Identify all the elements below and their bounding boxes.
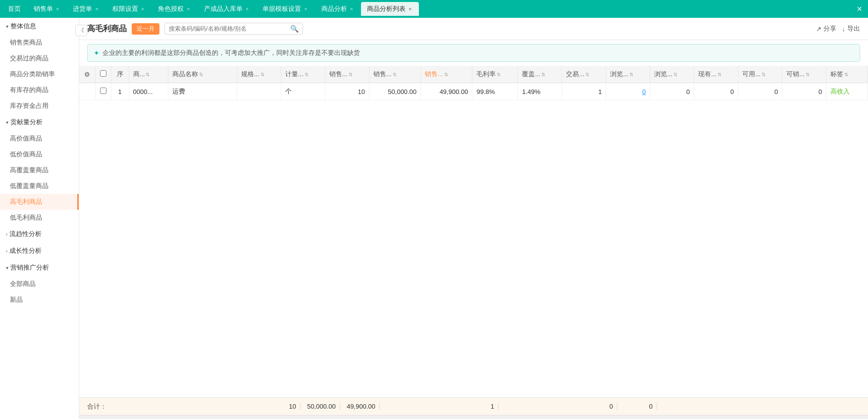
tab-purchase-order[interactable]: 进货单 × xyxy=(67,2,105,16)
tab-close-permissions[interactable]: × xyxy=(140,6,145,12)
row-trade: 1 xyxy=(562,83,606,100)
row-coverage: 1.49% xyxy=(518,83,562,100)
select-all-checkbox[interactable] xyxy=(100,70,106,77)
tab-close-template-settings[interactable]: × xyxy=(303,6,308,12)
row-checkbox[interactable] xyxy=(100,88,106,94)
scrollbar-area[interactable] xyxy=(79,415,868,419)
sidebar-item-high-gross-goods[interactable]: 高毛利商品 xyxy=(0,194,79,210)
row-current: 0 xyxy=(694,83,738,100)
sidebar-collapse-button[interactable]: 《 xyxy=(79,25,87,36)
main-layout: ▾ 整体信息 销售类商品 交易过的商品 商品分类助销率 有库存的商品 库存资金占… xyxy=(0,18,868,419)
tab-product-analysis[interactable]: 商品分析 × xyxy=(315,2,360,16)
sidebar-group-overall-arrow: ▾ xyxy=(6,24,8,29)
sidebar-item-in-stock-goods[interactable]: 有库存的商品 xyxy=(0,82,79,98)
tab-template-settings[interactable]: 单据模板设置 × xyxy=(256,2,314,16)
sidebar-group-growth-arrow: › xyxy=(6,248,7,254)
footer-summary: 合计： 10 50,000.00 49,900.00 1 0 0 xyxy=(79,397,868,415)
col-code-header[interactable]: 商...⇅ xyxy=(129,66,168,83)
tab-permissions[interactable]: 权限设置 × xyxy=(106,2,151,16)
row-saleable: 0 xyxy=(782,83,826,100)
sidebar-item-traded-goods[interactable]: 交易过的商品 xyxy=(0,50,79,66)
col-sale-amt-header[interactable]: 销售...⇅ xyxy=(369,66,420,83)
sidebar-item-new-goods[interactable]: 新品 xyxy=(0,292,79,308)
row-checkbox-cell[interactable] xyxy=(95,83,111,100)
col-num-header: 序 xyxy=(111,66,129,83)
footer-sale-qty: 10 xyxy=(261,403,301,410)
col-browse1-header[interactable]: 浏览...⇅ xyxy=(606,66,650,83)
col-spec-header[interactable]: 规格...⇅ xyxy=(237,66,281,83)
sidebar-item-low-gross-goods[interactable]: 低毛利商品 xyxy=(0,210,79,226)
col-unit-header[interactable]: 计量...⇅ xyxy=(281,66,325,83)
tab-sales-order[interactable]: 销售单 × xyxy=(28,2,66,16)
sidebar-item-low-value-goods[interactable]: 低价值商品 xyxy=(0,146,79,162)
footer-trade: 1 xyxy=(459,403,499,410)
col-saleable-header[interactable]: 可销...⇅ xyxy=(782,66,826,83)
content-area: 《 高毛利商品 近一月 🔍 ↗ 分享 ↓ 导出 ✦ 企 xyxy=(79,18,868,419)
footer-sale-amt: 50,000.00 xyxy=(301,403,340,410)
tab-product-analysis-list[interactable]: 商品分析列表 × xyxy=(361,2,418,16)
export-button[interactable]: ↓ 导出 xyxy=(842,24,861,33)
tab-bar-close[interactable]: × xyxy=(857,4,866,14)
tab-close-product-warehousing[interactable]: × xyxy=(245,6,250,12)
row-available: 0 xyxy=(738,83,782,100)
footer-current: 0 xyxy=(578,403,617,410)
col-tag-header[interactable]: 标签⇅ xyxy=(826,66,868,83)
table-wrapper: ⚙ 序 商...⇅ 商品名称⇅ 规格...⇅ 计量...⇅ 销售...⇅ 销售.… xyxy=(79,66,868,397)
col-checkbox[interactable] xyxy=(95,66,111,83)
data-table: ⚙ 序 商...⇅ 商品名称⇅ 规格...⇅ 计量...⇅ 销售...⇅ 销售.… xyxy=(79,66,868,100)
tab-close-role-auth[interactable]: × xyxy=(186,6,191,12)
sidebar-group-growth[interactable]: › 成长性分析 xyxy=(0,242,79,259)
search-icon[interactable]: 🔍 xyxy=(290,25,299,33)
header-actions: ↗ 分享 ↓ 导出 xyxy=(816,24,861,33)
row-num: 1 xyxy=(111,83,129,100)
row-browse1[interactable]: 0 xyxy=(606,83,650,100)
search-box: 🔍 xyxy=(164,23,303,35)
tab-close-product-analysis-list[interactable]: × xyxy=(408,6,412,12)
col-trade-header[interactable]: 交易...⇅ xyxy=(562,66,606,83)
footer-label: 合计： xyxy=(87,402,106,411)
tab-home[interactable]: 首页 xyxy=(2,2,27,16)
sidebar-item-low-coverage-goods[interactable]: 低覆盖量商品 xyxy=(0,178,79,194)
tab-close-sales-order[interactable]: × xyxy=(55,6,60,12)
row-tag: 高收入 xyxy=(826,83,868,100)
sidebar-group-trend-arrow: › xyxy=(6,232,7,237)
row-code: 0000... xyxy=(129,83,168,100)
row-spec xyxy=(237,83,281,100)
share-button[interactable]: ↗ 分享 xyxy=(816,24,836,33)
col-name-header[interactable]: 商品名称⇅ xyxy=(168,66,237,83)
sidebar-item-inventory-capital[interactable]: 库存资金占用 xyxy=(0,98,79,114)
share-icon: ↗ xyxy=(816,25,821,33)
filter-period-button[interactable]: 近一月 xyxy=(132,23,159,35)
sidebar-group-contribution[interactable]: ▾ 贡献量分析 xyxy=(0,114,79,131)
settings-icon[interactable]: ⚙ xyxy=(84,71,90,78)
col-available-header[interactable]: 可用...⇅ xyxy=(738,66,782,83)
row-sale-profit: 49,900.00 xyxy=(421,83,472,100)
sidebar-item-high-value-goods[interactable]: 高价值商品 xyxy=(0,131,79,146)
col-browse2-header[interactable]: 浏览...⇅ xyxy=(650,66,694,83)
sidebar-group-trend[interactable]: › 流趋性分析 xyxy=(0,226,79,242)
tab-close-purchase-order[interactable]: × xyxy=(94,6,99,12)
sidebar-group-overall[interactable]: ▾ 整体信息 xyxy=(0,18,79,35)
table-row: 1 0000... 运费 个 10 50,000.00 49,900.00 99… xyxy=(79,83,868,100)
sidebar-item-all-goods[interactable]: 全部商品 xyxy=(0,276,79,292)
col-settings[interactable]: ⚙ xyxy=(79,66,95,83)
col-coverage-header[interactable]: 覆盖...⇅ xyxy=(518,66,562,83)
sidebar-item-sales-goods[interactable]: 销售类商品 xyxy=(0,35,79,50)
tab-role-auth[interactable]: 角色授权 × xyxy=(152,2,197,16)
col-sale-profit-header[interactable]: 销售...⇅ xyxy=(421,66,472,83)
col-current-header[interactable]: 现有...⇅ xyxy=(694,66,738,83)
tab-close-product-analysis[interactable]: × xyxy=(349,6,354,12)
row-settings-cell xyxy=(79,83,95,100)
info-banner: ✦ 企业的主要的利润都是这部分商品创造的，可考虑加大推广，同时关注库存是不要出现… xyxy=(87,44,860,62)
col-gross-rate-header[interactable]: 毛利率⇅ xyxy=(472,66,518,83)
tab-product-warehousing[interactable]: 产成品入库单 × xyxy=(198,2,255,16)
row-unit: 个 xyxy=(281,83,325,100)
row-sale-qty: 10 xyxy=(325,83,369,100)
sidebar-item-high-coverage-goods[interactable]: 高覆盖量商品 xyxy=(0,162,79,178)
sidebar-group-marketing[interactable]: ▾ 营销推广分析 xyxy=(0,259,79,276)
search-input[interactable] xyxy=(169,25,288,32)
col-sale-qty-header[interactable]: 销售...⇅ xyxy=(325,66,369,83)
content-header: 高毛利商品 近一月 🔍 ↗ 分享 ↓ 导出 xyxy=(79,18,868,40)
sidebar-item-category-sales-rate[interactable]: 商品分类助销率 xyxy=(0,66,79,82)
row-sale-amt: 50,000.00 xyxy=(369,83,420,100)
